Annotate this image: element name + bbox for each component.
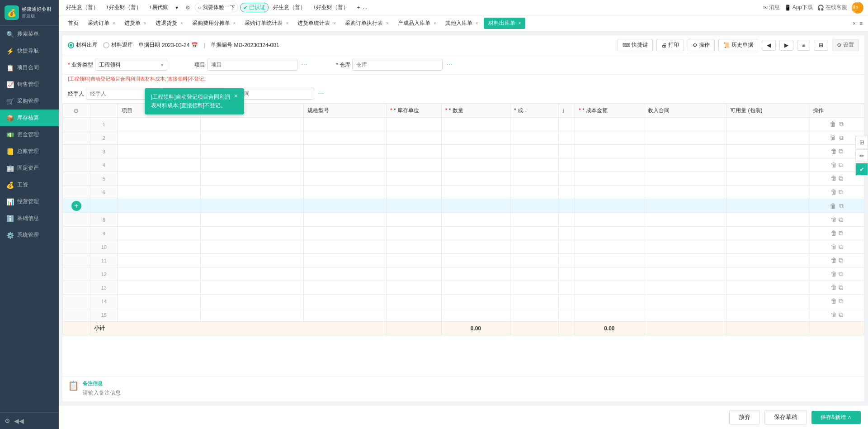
delete-row-btn[interactable]: 🗑 (829, 201, 837, 210)
delete-row-btn[interactable]: 🗑 (830, 187, 838, 196)
tab-other-inbound[interactable]: 其他入库单 × (442, 18, 482, 29)
message-btn[interactable]: ✉ 消息 (763, 4, 780, 11)
row-cost[interactable] (510, 118, 559, 131)
view-grid-btn[interactable]: ⊞ (814, 40, 828, 51)
row-spec[interactable] (304, 131, 387, 145)
discard-button[interactable]: 放弃 (729, 410, 760, 424)
tab-purchase-fee[interactable]: 采购费用分摊单 × (189, 18, 240, 29)
next-record-btn[interactable]: ▶ (779, 40, 793, 51)
copy-row-btn[interactable]: ⧉ (838, 160, 844, 169)
close-tab-icon[interactable]: × (434, 21, 436, 26)
warehouse-input[interactable] (352, 59, 443, 71)
tab-settings-btn[interactable]: ≡ (859, 20, 863, 27)
copy-row-btn[interactable]: ⧉ (838, 147, 844, 156)
active-row-input-1[interactable] (122, 203, 197, 209)
tab-purchase-exec[interactable]: 采购订单执行表 × (341, 18, 392, 29)
close-tab-icon[interactable]: × (180, 21, 183, 26)
delete-row-btn[interactable]: 🗑 (830, 310, 838, 319)
sidebar-item-system[interactable]: ⚙️ 系统管理 (0, 227, 59, 243)
tab-incoming-return[interactable]: 进退货货 × (152, 18, 187, 29)
copy-row-btn[interactable]: ⧉ (838, 174, 844, 183)
close-tab-icon[interactable]: × (233, 21, 236, 26)
add-row-btn[interactable]: + (71, 201, 81, 211)
online-service-btn[interactable]: 🎧 在线客服 (817, 4, 847, 11)
info-icon[interactable]: ℹ (562, 108, 565, 114)
close-tab-icon[interactable]: × (476, 21, 478, 26)
supernav-settings-btn[interactable]: ⚙ (183, 3, 193, 13)
delete-row-btn[interactable]: 🗑 (829, 133, 837, 142)
collapse-icon[interactable]: ◀◀ (14, 417, 24, 424)
close-tab-icon[interactable]: × (113, 21, 115, 26)
copy-row-btn[interactable]: ⧉ (838, 283, 844, 292)
supernav-agency[interactable]: +易代账 (146, 2, 171, 13)
tab-purchase-order[interactable]: 采购订单 × (84, 18, 119, 29)
row-income-contract[interactable] (644, 131, 726, 145)
settings-bottom-icon[interactable]: ⚙ (5, 417, 10, 424)
row-qty[interactable] (441, 131, 510, 145)
income-contract-dots-btn[interactable]: ··· (316, 90, 326, 98)
sidebar-item-basic[interactable]: ℹ️ 基础信息 (0, 210, 59, 227)
row-unit[interactable] (386, 118, 441, 131)
tooltip-close-btn[interactable]: × (234, 93, 238, 99)
close-tab-active-icon[interactable]: × (519, 21, 521, 26)
settings-panel-btn[interactable]: ⚙ 设置 (832, 39, 859, 51)
sidebar-item-finance[interactable]: 💵 资金管理 (0, 126, 59, 143)
supernav-dropdown-btn[interactable]: ▾ (173, 3, 181, 13)
sidebar-item-inventory[interactable]: 📦 库存核算 (0, 110, 59, 126)
radio-return[interactable]: 材料退库 (103, 41, 133, 49)
sidebar-item-search[interactable]: 🔍 搜索菜单 (0, 26, 59, 43)
delete-row-btn[interactable]: 🗑 (830, 229, 838, 238)
calendar-icon[interactable]: 📅 (191, 42, 198, 48)
close-tab-icon[interactable]: × (144, 21, 146, 26)
sidebar-item-ledger[interactable]: 📒 总账管理 (0, 143, 59, 160)
sidebar-item-assets[interactable]: 🏢 固定资产 (0, 160, 59, 176)
delete-row-btn[interactable]: 🗑 (830, 174, 838, 183)
close-tab-icon[interactable]: × (386, 21, 389, 26)
copy-row-btn[interactable]: ⧉ (838, 187, 844, 196)
save-draft-button[interactable]: 保存草稿 (764, 410, 807, 424)
copy-row-btn[interactable]: ⧉ (838, 201, 844, 210)
delete-row-btn[interactable]: 🗑 (830, 147, 838, 156)
row-project[interactable] (118, 131, 200, 145)
sidebar-item-quicknav[interactable]: ⚡ 快捷导航 (0, 43, 59, 59)
sidebar-item-sales[interactable]: 📈 销售管理 (0, 76, 59, 93)
sidebar-item-ops[interactable]: 📊 经营管理 (0, 193, 59, 210)
supernav-good-biz[interactable]: 好生意（普） (63, 2, 101, 13)
supernav-plus-biz[interactable]: +好业财（普） (103, 2, 144, 13)
supernav-trial-badge[interactable]: ○ 我要体验一下 (195, 3, 238, 12)
side-grid-icon-btn[interactable]: ⊞ (855, 136, 868, 148)
copy-row-btn[interactable]: ⧉ (838, 256, 844, 265)
side-edit-icon-btn[interactable]: ✏ (855, 149, 868, 162)
row-cost[interactable] (510, 131, 559, 145)
close-all-btn[interactable]: × (853, 20, 856, 27)
sidebar-item-project[interactable]: 📋 项目合同 (0, 59, 59, 76)
row-material-code[interactable] (200, 131, 303, 145)
supernav-more[interactable]: ＋ ... (353, 2, 370, 13)
delete-row-btn[interactable]: 🗑 (830, 296, 838, 305)
tab-incoming-stat[interactable]: 进货单统计表 × (294, 18, 340, 29)
copy-row-btn[interactable]: ⧉ (838, 119, 844, 129)
user-avatar[interactable]: 畅捷通8号... (852, 2, 863, 14)
copy-row-btn[interactable]: ⧉ (838, 215, 844, 224)
delete-row-btn[interactable]: 🗑 (830, 269, 838, 278)
shortcut-btn[interactable]: ⌨ 快捷键 (618, 39, 653, 51)
row-spec[interactable] (304, 118, 387, 131)
active-row-input-2[interactable] (204, 203, 300, 209)
print-btn[interactable]: 🖨 打印 (656, 39, 684, 51)
delete-row-btn[interactable]: 🗑 (830, 283, 838, 292)
delete-row-btn[interactable]: 🗑 (829, 119, 837, 129)
save-new-button[interactable]: 保存&新增 ∧ (811, 411, 861, 424)
tab-incoming[interactable]: 进货单 × (121, 18, 150, 29)
warehouse-dots-btn[interactable]: ··· (444, 61, 454, 69)
supernav-linked1[interactable]: 好生意（普） (270, 2, 308, 13)
supernav-linked2[interactable]: +好业财（普） (310, 2, 351, 13)
sidebar-item-purchase[interactable]: 🛒 采购管理 (0, 93, 59, 110)
view-list-btn[interactable]: ≡ (797, 40, 810, 51)
row-cost-amt[interactable] (575, 131, 644, 145)
side-green-icon-btn[interactable]: ✔ (855, 163, 868, 176)
th-cost-info[interactable]: ℹ (558, 104, 575, 118)
history-btn[interactable]: 📜 历史单据 (718, 39, 758, 51)
tab-home[interactable]: 首页 (64, 18, 82, 29)
tab-material-outbound[interactable]: 材料出库单 × (484, 18, 526, 29)
th-settings[interactable]: ⚙ (63, 104, 90, 118)
